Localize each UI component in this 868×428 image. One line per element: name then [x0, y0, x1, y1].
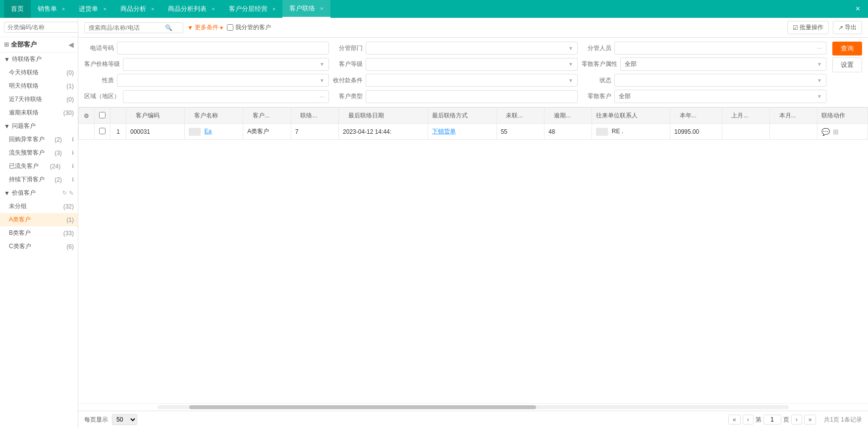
nav-sales-close[interactable]: ×	[62, 0, 65, 18]
filter-field-price-level: 客户价格等级 ▼	[84, 58, 329, 71]
export-btn[interactable]: ↗ 导出	[833, 21, 862, 34]
sidebar-item-today[interactable]: 今天待联络 (0)	[0, 66, 78, 79]
nav-purchase-label: 进货单	[79, 0, 98, 18]
sidebar-item-7days[interactable]: 近7天待联络 (0)	[0, 93, 78, 106]
nav-customer-segment-close[interactable]: ×	[272, 0, 275, 18]
page-input[interactable]	[763, 415, 781, 425]
filter-search-icon[interactable]: 🔍	[165, 24, 172, 31]
row-last-method-link[interactable]: 下销货单	[432, 128, 456, 135]
scrollbar-thumb[interactable]	[189, 405, 537, 409]
nav-customer-contact[interactable]: 客户联络 ×	[282, 0, 330, 18]
nav-purchase-close[interactable]: ×	[103, 0, 106, 18]
filter-label-nature: 性质	[84, 76, 114, 85]
adv-filter-row-4: 区域（地区） ··· 客户类型	[84, 90, 826, 103]
settings-btn[interactable]: 设置	[832, 57, 862, 72]
filter-field-payment: 收付款条件 ▼	[333, 74, 578, 87]
col-header-settings[interactable]: ⚙	[79, 108, 95, 124]
nav-goods-analysis-list[interactable]: 商品分析列表 ×	[161, 0, 221, 18]
filter-label-customer-level: 客户等级	[333, 60, 363, 68]
filter-field-dept: 分管部门 ▼	[333, 42, 578, 54]
filter-more-btn[interactable]: ▼ 更多条件 ▾	[187, 23, 223, 32]
filter-fields-wrap: 电话号码 分管部门 ▼ 分管人员	[84, 42, 826, 103]
query-btn[interactable]: 查询	[832, 42, 862, 55]
filter-input-price-level[interactable]: ▼	[123, 58, 329, 71]
nav-sales[interactable]: 销售单 ×	[31, 0, 72, 18]
col-header-type: : 客户...	[243, 108, 291, 124]
sidebar-item-decline-label: 持续下滑客户	[9, 175, 45, 184]
col-header-last-date: : 最后联络日期	[339, 108, 428, 124]
col-header-contact: : 联络...	[291, 108, 338, 124]
filter-input-payment[interactable]: ▼	[366, 74, 578, 87]
nav-purchase[interactable]: 进货单 ×	[72, 0, 113, 18]
sidebar-collapse-btn[interactable]: ◀	[68, 41, 74, 49]
sidebar-item-lost[interactable]: 已流失客户 (24) ℹ	[0, 160, 78, 173]
filter-input-nature[interactable]: ▼	[117, 74, 329, 87]
filter-input-dept[interactable]: ▼	[366, 42, 578, 54]
filter-input-region[interactable]: ···	[123, 90, 329, 103]
top-nav-close-all[interactable]: ×	[852, 4, 864, 13]
sidebar-group-value[interactable]: ▼ 价值客户 ↻ ✎	[0, 186, 78, 200]
sidebar: 🔍 ⊞ 全部客户 ◀ ▼ 待联络客户 今天待联络 (0) 明天待联络 (1)	[0, 18, 78, 428]
filter-input-customer-level[interactable]: ▼	[366, 58, 578, 71]
horizontal-scrollbar[interactable]	[158, 405, 789, 409]
my-customers-checkbox-label[interactable]: 我分管的客户	[227, 23, 271, 32]
sidebar-item-a-class[interactable]: A类客户 (1)	[0, 213, 78, 226]
sidebar-item-decline[interactable]: 持续下滑客户 (2) ℹ	[0, 173, 78, 186]
sidebar-item-c-class[interactable]: C类客户 (6)	[0, 240, 78, 253]
row-name-link[interactable]: Ea	[205, 128, 212, 135]
filter-search-input[interactable]	[89, 24, 163, 31]
batch-op-btn[interactable]: ☑ 批量操作	[787, 21, 829, 34]
nav-home[interactable]: 首页	[4, 0, 31, 18]
sidebar-item-tomorrow[interactable]: 明天待联络 (1)	[0, 79, 78, 93]
col-label-action: 联络动作	[821, 112, 845, 119]
filter-field-retail-customer: 零散客户 全部 ▼	[582, 90, 826, 103]
prev-page-btn[interactable]: ‹	[743, 415, 754, 425]
filter-input-person[interactable]: ···	[614, 42, 826, 54]
filter-input-retail-attr[interactable]: 全部 ▼	[620, 57, 826, 71]
row-unit-contact-text: RE .	[612, 128, 623, 135]
export-icon: ↗	[838, 24, 843, 31]
row-name[interactable]: Ea	[185, 124, 243, 140]
nav-goods-analysis-close[interactable]: ×	[151, 0, 154, 18]
filter-input-phone[interactable]	[117, 42, 329, 54]
nav-customer-contact-label: 客户联络	[289, 0, 315, 17]
col-header-check[interactable]	[95, 108, 110, 124]
row-check[interactable]	[95, 124, 110, 140]
row-grid-icon[interactable]: ⊞	[833, 128, 839, 136]
filter-input-retail-customer[interactable]: 全部 ▼	[614, 90, 826, 103]
nav-goods-analysis-list-close[interactable]: ×	[212, 0, 215, 18]
sidebar-grid-icon: ⊞	[4, 41, 9, 48]
select-all-checkbox[interactable]	[99, 112, 106, 118]
next-page-btn[interactable]: ›	[791, 415, 802, 425]
sidebar-search-input[interactable]	[4, 22, 78, 33]
sidebar-group-problem[interactable]: ▼ 问题客户	[0, 119, 78, 133]
sidebar-group-pending[interactable]: ▼ 待联络客户	[0, 53, 78, 66]
sidebar-item-repurchase[interactable]: 回购异常客户 (2) ℹ	[0, 133, 78, 146]
sidebar-item-unclassified[interactable]: 未分组 (32)	[0, 200, 78, 213]
sidebar-item-lost-label: 已流失客户	[9, 162, 39, 170]
nav-goods-analysis[interactable]: 商品分析 ×	[113, 0, 161, 18]
first-page-btn[interactable]: «	[728, 415, 741, 425]
per-page-select[interactable]: 50 100 200	[112, 414, 137, 425]
row-checkbox[interactable]	[99, 128, 106, 134]
row-chat-icon[interactable]: 💬	[821, 128, 830, 136]
sidebar-item-b-class[interactable]: B类客户 (33)	[0, 226, 78, 240]
last-page-btn[interactable]: »	[804, 415, 816, 425]
sidebar-item-overdue-contact[interactable]: 逾期未联络 (30)	[0, 106, 78, 119]
filter-bar: 🔍 ▼ 更多条件 ▾ 我分管的客户 ☑ 批量操作 ↗ 导出	[78, 18, 868, 38]
sidebar-item-lost-pre[interactable]: 流失预警客户 (3) ℹ	[0, 146, 78, 160]
content-area: 🔍 ▼ 更多条件 ▾ 我分管的客户 ☑ 批量操作 ↗ 导出	[78, 18, 868, 428]
col-separator-last-date: :	[343, 112, 344, 119]
nav-customer-contact-close[interactable]: ×	[320, 0, 323, 17]
page-label: 第	[756, 416, 761, 424]
filter-input-status[interactable]: ▼	[614, 74, 826, 87]
sidebar-refresh-icon[interactable]: ↻	[62, 190, 67, 196]
col-label-this-year: 本年...	[680, 112, 697, 119]
my-customers-checkbox[interactable]	[227, 24, 233, 31]
sidebar-edit-icon[interactable]: ✎	[69, 190, 74, 197]
nav-customer-segment[interactable]: 客户分层经营 ×	[222, 0, 282, 18]
col-header-action: 联络动作	[817, 108, 868, 124]
filter-label-phone: 电话号码	[84, 44, 114, 53]
filter-input-customer-type[interactable]	[366, 90, 578, 103]
filter-label-retail-attr: 零散客户属性	[582, 60, 617, 68]
